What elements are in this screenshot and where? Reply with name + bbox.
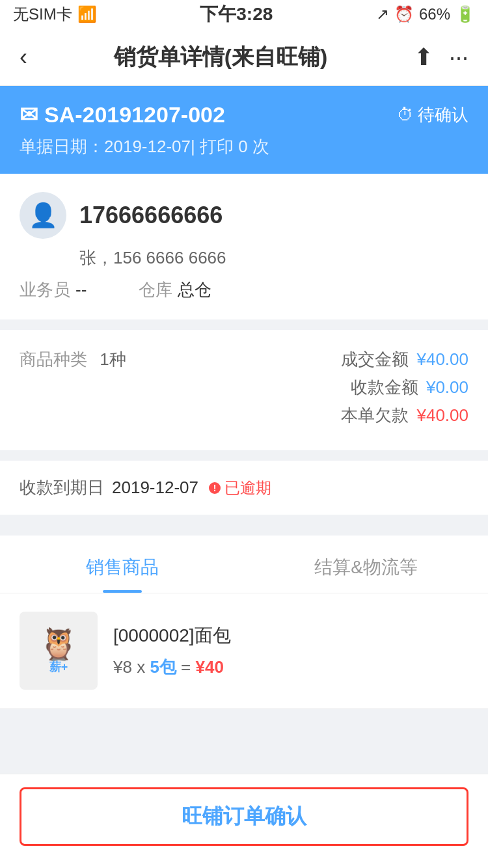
order-header: ✉ SA-20191207-002 ⏱ 待确认 单据日期：2019-12-07|… (0, 86, 488, 174)
owed-row: 本单欠款 ¥40.00 (341, 404, 468, 427)
tabs-header: 销售商品 结算&物流等 (0, 536, 488, 593)
overdue-dot-icon: ! (209, 482, 221, 494)
nav-actions: ⬆ ··· (414, 44, 468, 71)
status-time: 下午3:28 (200, 2, 273, 27)
order-status: ⏱ 待确认 (397, 103, 468, 126)
transaction-row: 成交金额 ¥40.00 (341, 348, 468, 371)
due-label: 收款到期日 (20, 476, 104, 499)
order-id: ✉ SA-20191207-002 (20, 102, 225, 128)
customer-name: 张，156 6666 6666 (20, 247, 468, 269)
product-info: [0000002]面包 ¥8 x 5包 = ¥40 (113, 623, 231, 679)
battery-level: 66% (419, 5, 450, 23)
avatar: 👤 (20, 192, 66, 239)
section-divider (0, 525, 488, 536)
carrier-label: 无SIM卡 (13, 4, 72, 25)
customer-meta: 业务员 -- 仓库 总仓 (20, 278, 468, 301)
clock-icon: ⏱ (397, 105, 414, 125)
due-date-section: 收款到期日 2019-12-07 ! 已逾期 (0, 461, 488, 515)
sales-label: 业务员 (20, 278, 70, 301)
tab-sales-products[interactable]: 销售商品 (0, 536, 244, 593)
received-row: 收款金额 ¥0.00 (341, 376, 468, 399)
tabs-section: 销售商品 结算&物流等 🦉 薪+ [0000002]面包 ¥8 x 5包 = ¥… (0, 536, 488, 709)
sales-value: -- (75, 280, 87, 300)
product-logo: 🦉 薪+ (39, 629, 78, 673)
tab-settlement[interactable]: 结算&物流等 (244, 536, 488, 593)
battery-icon: 🔋 (455, 5, 475, 23)
page-title: 销货单详情(来自旺铺) (114, 42, 328, 72)
confirm-button-wrap: 旺铺订单确认 (0, 774, 488, 868)
product-name: [0000002]面包 (113, 623, 231, 648)
wifi-icon: 📶 (77, 5, 97, 23)
product-list: 🦉 薪+ [0000002]面包 ¥8 x 5包 = ¥40 (0, 593, 488, 709)
nav-bar: ‹ 销货单详情(来自旺铺) ⬆ ··· (0, 29, 488, 86)
due-date: 2019-12-07 (112, 478, 198, 498)
summary-right: 成交金额 ¥40.00 收款金额 ¥0.00 本单欠款 ¥40.00 (341, 348, 468, 432)
summary-left: 商品种类 1种 (20, 348, 126, 375)
warehouse-label: 仓库 (139, 278, 172, 301)
confirm-order-button[interactable]: 旺铺订单确认 (20, 787, 468, 846)
owl-icon: 🦉 (39, 629, 78, 660)
product-image: 🦉 薪+ (20, 612, 98, 690)
status-left: 无SIM卡 📶 (13, 4, 97, 25)
back-button[interactable]: ‹ (20, 44, 27, 71)
warehouse-value: 总仓 (178, 278, 211, 301)
order-date: 单据日期：2019-12-07| 打印 0 次 (20, 135, 468, 158)
avatar-icon: 👤 (29, 202, 58, 229)
summary-section: 商品种类 1种 成交金额 ¥40.00 收款金额 ¥0.00 本单欠款 ¥40.… (0, 330, 488, 450)
status-right: ↗ ⏰ 66% 🔋 (376, 5, 475, 23)
order-icon: ✉ (20, 102, 38, 128)
table-row: 🦉 薪+ [0000002]面包 ¥8 x 5包 = ¥40 (0, 593, 488, 709)
product-price: ¥8 x 5包 = ¥40 (113, 656, 231, 679)
customer-section: 👤 17666666666 张，156 6666 6666 业务员 -- 仓库 … (0, 174, 488, 319)
logo-text: 薪+ (49, 661, 68, 673)
customer-phone: 17666666666 (79, 202, 223, 229)
overdue-badge: ! 已逾期 (209, 478, 271, 498)
more-icon[interactable]: ··· (449, 44, 468, 71)
alarm-icon: ⏰ (394, 5, 414, 23)
product-type-row: 商品种类 1种 (20, 348, 126, 371)
share-icon[interactable]: ⬆ (414, 44, 433, 71)
status-bar: 无SIM卡 📶 下午3:28 ↗ ⏰ 66% 🔋 (0, 0, 488, 29)
location-icon: ↗ (376, 5, 389, 23)
